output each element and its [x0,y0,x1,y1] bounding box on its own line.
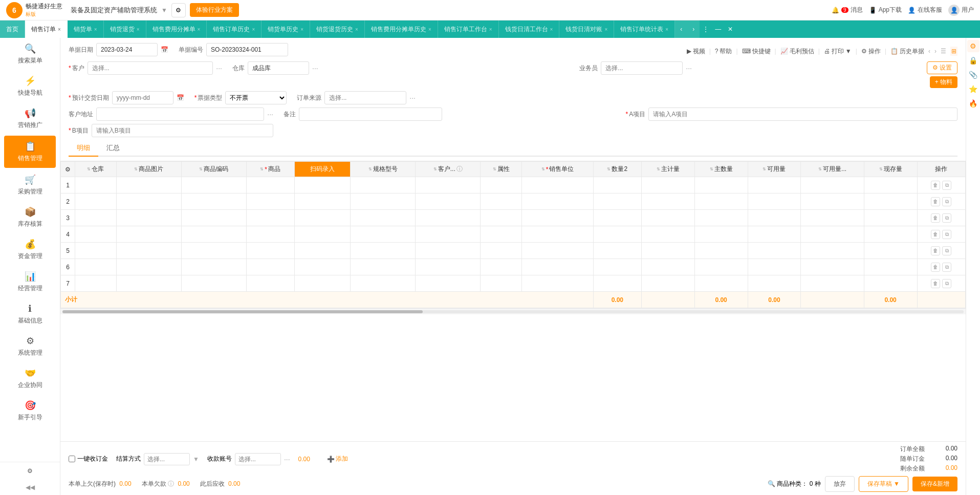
tab-close-icon[interactable]: × [137,27,140,32]
dropdown-arrow-icon[interactable]: ▼ [161,7,167,14]
scrollbar-thumb[interactable] [62,310,423,313]
copy-row-icon[interactable]: ⧉ [942,181,951,190]
right-panel-settings-icon[interactable]: ⚙ [967,40,979,52]
tab-sales-cost[interactable]: 销售费用分摊单 × [146,20,207,38]
right-panel-star-icon[interactable]: ⭐ [967,83,979,95]
sort-icon[interactable]: ⇅ [260,167,264,171]
nav-prev-record-icon[interactable]: ‹ [928,48,930,55]
view-video-btn[interactable]: ▶ 视频 [687,47,705,56]
settings-gear-button[interactable]: ⚙ [171,3,186,17]
salesperson-input[interactable] [601,61,683,75]
copy-row-icon[interactable]: ⧉ [942,263,951,272]
column-settings-icon[interactable]: ⚙ [65,166,71,173]
nav-next-record-icon[interactable]: › [934,48,937,55]
copy-row-icon[interactable]: ⧉ [942,246,951,255]
info-icon[interactable]: ⓘ [456,165,463,174]
copy-row-icon[interactable]: ⧉ [942,279,951,288]
a-project-input[interactable] [648,107,957,121]
tab-sales-order[interactable]: 销售订单 × [25,20,68,38]
sort-icon[interactable]: ⇅ [433,167,437,171]
print-dropdown-icon[interactable]: ▼ [845,48,852,55]
cell-attribute[interactable] [481,177,522,193]
tab-close-icon[interactable]: × [198,27,201,32]
delete-row-icon[interactable]: 🗑 [931,279,940,288]
sidebar-item-marketing[interactable]: 📢 营销推广 [0,102,60,135]
user-btn[interactable]: 👤 用户 [948,5,974,16]
right-panel-lock-icon[interactable]: 🔒 [967,54,979,67]
add-material-btn[interactable]: + 物料 [930,76,957,88]
discard-btn[interactable]: 放弃 [825,476,855,492]
salesperson-more-btn[interactable]: ··· [686,64,692,72]
delete-row-icon[interactable]: 🗑 [931,246,940,255]
warehouse-input[interactable] [248,61,309,75]
tab-detail[interactable]: 明细 [69,140,98,157]
remark-input[interactable] [299,107,442,121]
profit-btn[interactable]: 📈 毛利预估 [780,47,814,56]
tab-close-icon[interactable]: × [428,27,431,32]
sidebar-item-guide[interactable]: 🎯 新手引导 [0,395,60,427]
th-scan[interactable]: 扫码录入 [294,162,351,177]
warehouse-more-btn[interactable]: ··· [312,64,318,72]
delivery-date-input[interactable] [112,91,173,104]
copy-row-icon[interactable]: ⧉ [942,197,951,206]
nav-more-tabs-btn[interactable]: ⋮ [700,20,712,38]
view-mode-list-icon[interactable]: ☰ [941,48,946,55]
tab-sales-order-history[interactable]: 销售订单历史 × [207,20,262,38]
cell-stock[interactable] [864,177,917,193]
sidebar-settings-btn[interactable]: ⚙ [0,462,60,480]
cell-main-unit[interactable] [641,177,694,193]
sort-icon[interactable]: ⇅ [541,167,545,171]
cell-warehouse[interactable] [75,177,117,193]
cell-code[interactable] [181,177,246,193]
delete-row-icon[interactable]: 🗑 [931,197,940,206]
tab-close-icon[interactable]: × [58,27,61,32]
horizontal-scrollbar[interactable] [60,308,966,314]
save-draft-dropdown-icon[interactable]: ▼ [894,480,900,487]
nav-prev-arrow[interactable]: ‹ [675,20,687,38]
tab-sales-workbench[interactable]: 销售订单工作台 × [438,20,499,38]
order-no-input[interactable] [206,43,288,56]
sort-icon[interactable]: ⇅ [134,167,138,171]
payment-method-dropdown-icon[interactable]: ▼ [193,456,199,463]
copy-row-icon[interactable]: ⧉ [942,213,951,223]
table-wrap[interactable]: ⚙ ⇅仓库 ⇅商品图片 ⇅商品编码 ⇅*商品 [60,161,966,441]
nav-next-arrow[interactable]: › [687,20,700,38]
delete-row-icon[interactable]: 🗑 [931,230,940,239]
address-input[interactable] [96,107,264,121]
invoice-type-select[interactable]: 不开票 增值税普通发票 增值税专用发票 [225,91,287,104]
sort-icon[interactable]: ⇅ [493,167,496,171]
cell-unit[interactable] [522,177,594,193]
right-panel-fire-icon[interactable]: 🔥 [967,97,979,110]
tab-close-icon[interactable]: × [604,27,607,32]
sidebar-item-search[interactable]: 🔍 搜索菜单 [0,38,60,70]
sidebar-item-quicknav[interactable]: ⚡ 快捷导航 [0,70,60,102]
sort-icon[interactable]: ⇅ [607,167,611,171]
tab-close-icon[interactable]: × [550,27,553,32]
tab-sales-stats[interactable]: 销售订单统计表 × [614,20,675,38]
nav-minimize-btn[interactable]: — [712,20,724,38]
cell-main-qty[interactable] [694,177,748,193]
cell-qty2[interactable] [593,177,641,193]
delete-row-icon[interactable]: 🗑 [931,181,940,190]
print-btn[interactable]: 🖨 打印 ▼ [824,47,852,56]
save-draft-btn[interactable]: 保存草稿 ▼ [859,476,908,492]
payment-method-input[interactable] [144,453,190,465]
info-icon2[interactable]: ⓘ [168,480,174,487]
add-payment-btn[interactable]: ➕ 添加 [327,455,348,463]
help-btn[interactable]: ? 帮助 [715,47,732,56]
tab-close-icon[interactable]: × [489,27,492,32]
sidebar-collapse-btn[interactable]: ◀◀ [0,480,60,495]
tab-sales-goods-history[interactable]: 销货单历史 × [262,20,310,38]
delete-row-icon[interactable]: 🗑 [931,263,940,272]
address-more-btn[interactable]: ··· [267,110,273,118]
sidebar-item-enterprise[interactable]: 🤝 企业协同 [0,362,60,395]
tab-sales-goods[interactable]: 销货单 × [68,20,104,38]
app-download-btn[interactable]: 📱 App下载 [869,6,902,14]
sort-icon[interactable]: ⇅ [368,167,372,171]
tab-sales-cost-history[interactable]: 销售费用分摊单历史 × [365,20,438,38]
view-mode-grid-icon[interactable]: ⊞ [950,47,957,56]
sidebar-item-sales[interactable]: 📋 销售管理 [4,136,56,168]
sidebar-item-purchase[interactable]: 🛒 采购管理 [0,169,60,201]
tab-cash-reconcile[interactable]: 钱货日清对账 × [559,20,614,38]
tab-close-icon[interactable]: × [665,27,668,32]
